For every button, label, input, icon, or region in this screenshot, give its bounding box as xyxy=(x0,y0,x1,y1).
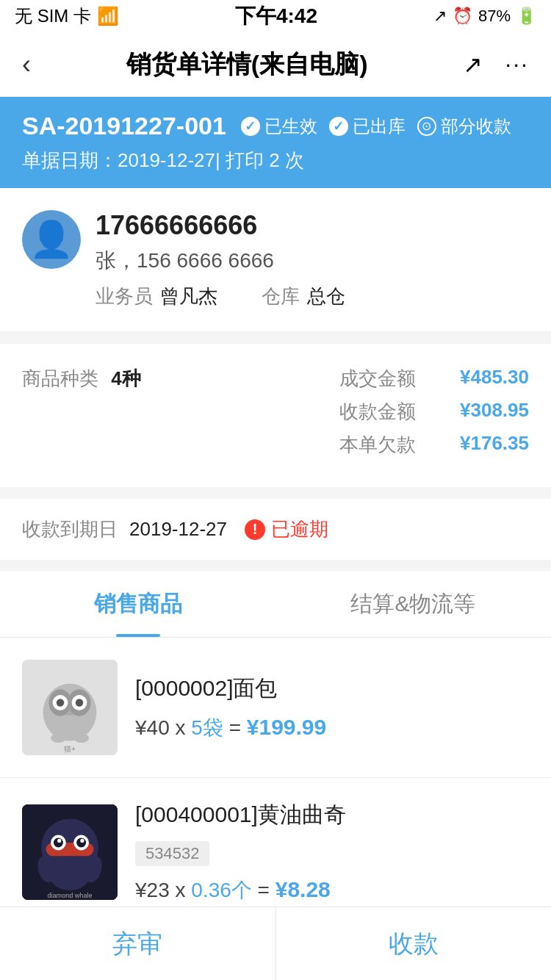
amount-value: ¥485.30 xyxy=(460,366,529,392)
product-item-2: diamond whale [000400001]黄油曲奇 534532 ¥23… xyxy=(0,778,551,927)
tabs-section: 销售商品 结算&物流等 xyxy=(0,572,551,638)
order-date-info: 单据日期：2019-12-27| 打印 2 次 xyxy=(22,148,529,173)
debt-value: ¥176.35 xyxy=(460,432,529,458)
battery-icon: 🔋 xyxy=(516,7,536,26)
product-info-1: [0000002]面包 ¥40 x 5袋 = ¥199.99 xyxy=(135,674,529,742)
debt-row: 本单欠款 ¥176.35 xyxy=(339,432,529,458)
order-header-banner: SA-20191227-001 ✓ 已生效 ✓ 已出库 ⊙ 部分收款 单据日期：… xyxy=(0,97,551,188)
received-row: 收款金额 ¥308.95 xyxy=(339,399,529,425)
status-bar-time: 下午4:42 xyxy=(235,2,317,30)
product-list: 猫+ [0000002]面包 ¥40 x 5袋 = ¥199.99 xyxy=(0,638,551,927)
amount-label: 成交金额 xyxy=(339,366,416,392)
badge-partial-payment: ⊙ 部分收款 xyxy=(417,115,511,138)
received-value: ¥308.95 xyxy=(460,399,529,425)
badge-shipped: ✓ 已出库 xyxy=(329,115,406,138)
product-name-2: [000400001]黄油曲奇 xyxy=(135,800,529,830)
svg-point-19 xyxy=(57,839,61,843)
overdue-icon: ! xyxy=(245,519,265,540)
product-image-2: diamond whale xyxy=(22,804,118,900)
svg-point-10 xyxy=(73,733,89,743)
svg-point-6 xyxy=(57,699,64,706)
warehouse-name: 总仓 xyxy=(307,284,345,309)
customer-info: 17666666666 张，156 6666 6666 业务员 曾凡杰 仓库 总… xyxy=(96,210,529,309)
tab-sales-products[interactable]: 销售商品 xyxy=(0,572,276,637)
more-icon[interactable]: ··· xyxy=(505,51,529,78)
warehouse-label: 仓库 xyxy=(262,284,300,309)
product-thumbnail-2: diamond whale xyxy=(22,804,118,900)
location-icon: ↗ xyxy=(433,7,447,26)
svg-point-7 xyxy=(76,699,83,706)
due-date-section: 收款到期日 2019-12-27 ! 已逾期 xyxy=(0,499,551,560)
customer-section: 👤 17666666666 张，156 6666 6666 业务员 曾凡杰 仓库… xyxy=(0,188,551,332)
customer-meta: 业务员 曾凡杰 仓库 总仓 xyxy=(96,284,529,309)
svg-point-9 xyxy=(51,733,66,743)
product-name-1: [0000002]面包 xyxy=(135,674,529,704)
svg-point-21 xyxy=(48,856,90,890)
bottom-bar: 弃审 收款 xyxy=(0,907,551,980)
product-sku-2: 534532 xyxy=(135,841,209,866)
product-item: 猫+ [0000002]面包 ¥40 x 5袋 = ¥199.99 xyxy=(0,638,551,778)
page-title: 销货单详情(来自电脑) xyxy=(126,48,368,82)
debt-label: 本单欠款 xyxy=(339,432,416,458)
status-bar-left: 无 SIM 卡 📶 xyxy=(15,4,119,28)
nav-bar: ‹ 销货单详情(来自电脑) ↗ ··· xyxy=(0,32,551,97)
check-icon-2: ✓ xyxy=(329,117,348,136)
svg-text:猫+: 猫+ xyxy=(64,745,76,753)
svg-point-20 xyxy=(80,839,84,843)
product-image-1: 猫+ xyxy=(22,660,118,755)
nav-right-actions: ↗ ··· xyxy=(463,51,529,79)
product-type-count: 4种 xyxy=(111,367,140,389)
alarm-icon: ⏰ xyxy=(453,7,472,26)
product-type-stat: 商品种类 4种 xyxy=(22,366,141,392)
banner-top-row: SA-20191227-001 ✓ 已生效 ✓ 已出库 ⊙ 部分收款 xyxy=(22,112,529,140)
overdue-text: 已逾期 xyxy=(271,516,328,542)
stats-left: 商品种类 4种 xyxy=(22,366,141,394)
person-icon: 👤 xyxy=(29,219,73,260)
amount-row: 成交金额 ¥485.30 xyxy=(339,366,529,392)
sales-label: 业务员 xyxy=(96,284,153,309)
collect-payment-button[interactable]: 收款 xyxy=(276,907,552,980)
customer-avatar: 👤 xyxy=(22,210,81,269)
customer-id: 17666666666 xyxy=(96,210,529,241)
product-info-2: [000400001]黄油曲奇 534532 ¥23 x 0.36个 = ¥8.… xyxy=(135,800,529,904)
carrier-text: 无 SIM 卡 xyxy=(15,4,91,28)
product-price-2: ¥23 x 0.36个 = ¥8.28 xyxy=(135,876,529,904)
warehouse-info: 仓库 总仓 xyxy=(262,284,345,309)
battery-text: 87% xyxy=(478,7,511,26)
sales-info: 业务员 曾凡杰 xyxy=(96,284,217,309)
product-type-label: 商品种类 xyxy=(22,367,98,389)
svg-text:diamond whale: diamond whale xyxy=(47,892,92,899)
tab-settlement-logistics[interactable]: 结算&物流等 xyxy=(276,572,551,637)
wifi-icon: 📶 xyxy=(97,6,119,26)
due-date-label: 收款到期日 xyxy=(22,516,118,542)
sales-name: 曾凡杰 xyxy=(160,284,217,309)
customer-name-phone: 张，156 6666 6666 xyxy=(96,247,529,275)
order-badges: ✓ 已生效 ✓ 已出库 ⊙ 部分收款 xyxy=(241,115,511,138)
received-label: 收款金额 xyxy=(339,399,416,425)
status-bar-right: ↗ ⏰ 87% 🔋 xyxy=(433,7,536,26)
stats-section: 商品种类 4种 成交金额 ¥485.30 收款金额 ¥308.95 本单欠款 ¥… xyxy=(0,344,551,487)
back-button[interactable]: ‹ xyxy=(22,49,31,80)
share-icon[interactable]: ↗ xyxy=(463,51,483,79)
due-date-value: 2019-12-27 xyxy=(129,518,227,541)
clock-icon: ⊙ xyxy=(417,117,436,136)
stats-right: 成交金额 ¥485.30 收款金额 ¥308.95 本单欠款 ¥176.35 xyxy=(339,366,529,465)
check-icon: ✓ xyxy=(241,117,260,136)
abandon-review-button[interactable]: 弃审 xyxy=(0,907,276,980)
overdue-badge: ! 已逾期 xyxy=(245,516,328,542)
product-price-1: ¥40 x 5袋 = ¥199.99 xyxy=(135,714,529,742)
badge-effective: ✓ 已生效 xyxy=(241,115,317,138)
status-bar: 无 SIM 卡 📶 下午4:42 ↗ ⏰ 87% 🔋 xyxy=(0,0,551,32)
product-thumbnail-1: 猫+ xyxy=(22,660,118,755)
order-id: SA-20191227-001 xyxy=(22,112,226,140)
